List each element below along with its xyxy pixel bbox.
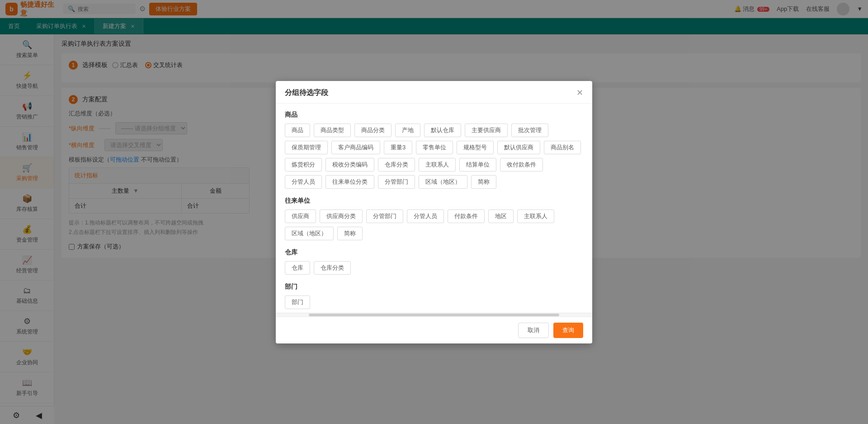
field-tag-warehouse[interactable]: 仓库 bbox=[285, 261, 310, 275]
field-tag-payment-condition[interactable]: 付款条件 bbox=[448, 210, 485, 223]
field-tag-product-type[interactable]: 商品类型 bbox=[314, 124, 351, 137]
cancel-button[interactable]: 取消 bbox=[518, 323, 549, 338]
section-partner-title: 往来单位 bbox=[285, 197, 583, 205]
field-tag-main-contact-partner[interactable]: 主联系人 bbox=[517, 210, 554, 223]
hscroll-bar bbox=[309, 314, 559, 316]
section-department-title: 部门 bbox=[285, 283, 583, 291]
field-tag-product-category[interactable]: 商品分类 bbox=[354, 124, 392, 137]
confirm-button[interactable]: 查询 bbox=[553, 323, 583, 338]
section-department-tags: 部门 bbox=[285, 295, 583, 309]
section-warehouse-title: 仓库 bbox=[285, 248, 583, 257]
field-tag-department[interactable]: 部门 bbox=[285, 295, 310, 309]
section-product-tags: 商品 商品类型 商品分类 产地 默认仓库 主要供应商 批次管理 保质期管理 客户… bbox=[285, 124, 583, 189]
field-tag-tax-code[interactable]: 税收分类编码 bbox=[326, 158, 374, 172]
field-tag-partner-category[interactable]: 往来单位分类 bbox=[326, 175, 374, 189]
field-tag-customer-code[interactable]: 客户商品编码 bbox=[331, 141, 380, 154]
section-product-title: 商品 bbox=[285, 111, 583, 119]
section-product: 商品 商品 商品类型 商品分类 产地 默认仓库 主要供应商 批次管理 保质期管理… bbox=[285, 111, 583, 189]
field-tag-supervisor[interactable]: 分管人员 bbox=[285, 175, 322, 189]
field-tag-warehouse-cat[interactable]: 仓库分类 bbox=[314, 261, 351, 275]
modal-overlay: 分组待选字段 ✕ 商品 商品 商品类型 商品分类 产地 默认仓库 主要供应商 批… bbox=[0, 0, 868, 424]
section-department: 部门 部门 bbox=[285, 283, 583, 309]
field-tag-weight[interactable]: 重量3 bbox=[384, 141, 412, 154]
field-tag-default-supplier[interactable]: 默认供应商 bbox=[497, 141, 540, 154]
field-tag-payment-terms[interactable]: 收付款条件 bbox=[500, 158, 543, 172]
field-tag-product-alias[interactable]: 商品别名 bbox=[544, 141, 581, 154]
modal-body[interactable]: 商品 商品 商品类型 商品分类 产地 默认仓库 主要供应商 批次管理 保质期管理… bbox=[276, 104, 592, 313]
field-tag-short-name-product[interactable]: 简称 bbox=[471, 175, 496, 189]
modal-footer: 取消 查询 bbox=[276, 317, 592, 343]
field-tag-main-contact[interactable]: 主联系人 bbox=[419, 158, 456, 172]
field-tag-points[interactable]: 炼货积分 bbox=[285, 158, 322, 172]
modal-title: 分组待选字段 bbox=[285, 88, 328, 98]
field-tag-supplier-category[interactable]: 供应商分类 bbox=[320, 210, 363, 223]
field-tag-warehouse-category[interactable]: 仓库分类 bbox=[378, 158, 415, 172]
field-tag-retail-unit[interactable]: 零售单位 bbox=[416, 141, 453, 154]
field-tag-quality-period[interactable]: 保质期管理 bbox=[285, 141, 328, 154]
section-warehouse-tags: 仓库 仓库分类 bbox=[285, 261, 583, 275]
field-select-modal: 分组待选字段 ✕ 商品 商品 商品类型 商品分类 产地 默认仓库 主要供应商 批… bbox=[276, 81, 592, 343]
field-tag-region-area[interactable]: 区域（地区） bbox=[285, 227, 334, 240]
modal-hscroll[interactable] bbox=[276, 313, 592, 316]
section-partner: 往来单位 供应商 供应商分类 分管部门 分管人员 付款条件 地区 主联系人 区域… bbox=[285, 197, 583, 240]
modal-header: 分组待选字段 ✕ bbox=[276, 81, 592, 104]
field-tag-supplier[interactable]: 供应商 bbox=[285, 210, 316, 223]
field-tag-settlement-unit[interactable]: 结算单位 bbox=[459, 158, 496, 172]
field-tag-origin[interactable]: 产地 bbox=[395, 124, 420, 137]
section-warehouse: 仓库 仓库 仓库分类 bbox=[285, 248, 583, 275]
field-tag-partner-dept[interactable]: 分管部门 bbox=[366, 210, 403, 223]
field-tag-short-name-partner[interactable]: 简称 bbox=[337, 227, 363, 240]
field-tag-main-supplier[interactable]: 主要供应商 bbox=[465, 124, 508, 137]
field-tag-region-product[interactable]: 区域（地区） bbox=[419, 175, 467, 189]
section-partner-tags: 供应商 供应商分类 分管部门 分管人员 付款条件 地区 主联系人 区域（地区） … bbox=[285, 210, 583, 240]
field-tag-region-partner[interactable]: 地区 bbox=[488, 210, 514, 223]
field-tag-partner-supervisor[interactable]: 分管人员 bbox=[407, 210, 444, 223]
field-tag-default-warehouse[interactable]: 默认仓库 bbox=[424, 124, 461, 137]
field-tag-batch-management[interactable]: 批次管理 bbox=[511, 124, 548, 137]
field-tag-dept[interactable]: 分管部门 bbox=[378, 175, 415, 189]
modal-close-button[interactable]: ✕ bbox=[576, 89, 583, 97]
field-tag-spec[interactable]: 规格型号 bbox=[457, 141, 494, 154]
field-tag-product[interactable]: 商品 bbox=[285, 124, 310, 137]
